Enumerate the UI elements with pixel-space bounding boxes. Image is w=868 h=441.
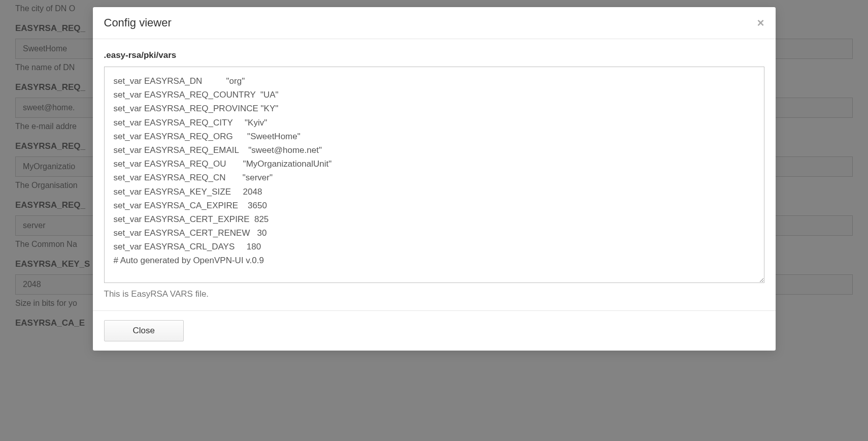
modal-header: Config viewer ×: [93, 7, 776, 39]
modal-footer: Close: [93, 310, 776, 351]
modal-overlay: Config viewer × .easy-rsa/pki/vars This …: [0, 0, 868, 441]
modal-title: Config viewer: [104, 16, 172, 29]
config-filepath: .easy-rsa/pki/vars: [104, 50, 764, 60]
close-button[interactable]: Close: [104, 320, 184, 341]
config-help-text: This is EasyRSA VARS file.: [104, 289, 764, 299]
config-content-textarea[interactable]: [104, 67, 764, 283]
config-viewer-modal: Config viewer × .easy-rsa/pki/vars This …: [93, 7, 776, 351]
modal-body: .easy-rsa/pki/vars This is EasyRSA VARS …: [93, 39, 776, 310]
close-icon[interactable]: ×: [757, 17, 764, 29]
